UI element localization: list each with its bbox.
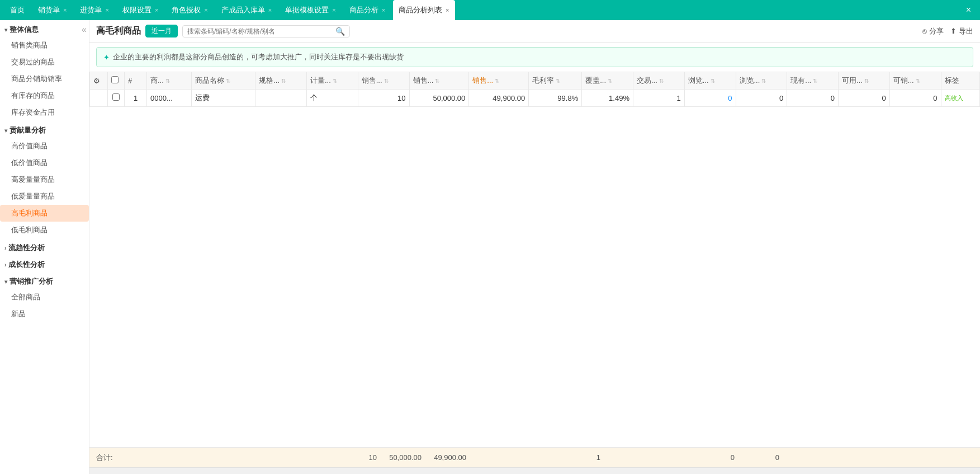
table-body: 1 0000... 运费 个 10 50,000.00 49,900.00 99… (90, 90, 980, 107)
nav-home[interactable]: 首页 (4, 0, 30, 20)
flow-arrow: › (4, 245, 6, 251)
growth-arrow: › (4, 262, 6, 268)
col-sku[interactable]: 商...⇅ (147, 72, 192, 90)
select-all-checkbox[interactable] (111, 76, 119, 83)
col-stock-current[interactable]: 现有...⇅ (787, 72, 839, 90)
horizontal-scrollbar[interactable] (89, 467, 980, 474)
sidebar-item-traded-goods[interactable]: 交易过的商品 (0, 54, 89, 71)
sidebar-item-stock-capital[interactable]: 库存资金占用 (0, 104, 89, 121)
info-banner: ✦ 企业的主要的利润都是这部分商品创造的，可考虑加大推广，同时关注库存是不要出现… (96, 47, 973, 67)
export-button[interactable]: ⬆ 导出 (950, 26, 973, 36)
col-sales-amount[interactable]: 销售...⇅ (409, 72, 469, 90)
cell-gross-margin: 99.8% (529, 90, 582, 107)
col-checkbox (108, 72, 125, 90)
sidebar-item-high-margin[interactable]: 高毛利商品 (0, 205, 89, 222)
col-tag[interactable]: 标签 (941, 72, 979, 90)
sidebar: « ▾ 整体信息 销售类商品 交易过的商品 商品分销助销率 有库存的商品 库存资… (0, 20, 89, 474)
col-sales-qty[interactable]: 销售...⇅ (358, 72, 409, 90)
sidebar-item-low-value[interactable]: 低价值商品 (0, 154, 89, 171)
col-stock-available[interactable]: 可用...⇅ (839, 72, 890, 90)
nav-close-permissions[interactable]: × (155, 7, 158, 13)
nav-close-purchase[interactable]: × (105, 7, 108, 13)
cell-coverage: 1.49% (582, 90, 633, 107)
nav-purchase-order[interactable]: 进货单 × (74, 0, 114, 20)
col-index: # (125, 72, 147, 90)
cell-view1[interactable]: 0 (684, 90, 736, 107)
sidebar-item-all-goods[interactable]: 全部商品 (0, 289, 89, 306)
col-unit[interactable]: 计量...⇅ (306, 72, 358, 90)
filter-recent-month[interactable]: 近一月 (145, 25, 178, 37)
nav-role-auth[interactable]: 角色授权 × (166, 0, 213, 20)
col-spec[interactable]: 规格...⇅ (255, 72, 307, 90)
data-table: ⚙ # 商...⇅ 商品名称⇅ (89, 72, 980, 107)
search-icon[interactable]: 🔍 (335, 27, 345, 36)
col-stock-sellable[interactable]: 可销...⇅ (889, 72, 941, 90)
cell-setting (90, 90, 108, 107)
col-name[interactable]: 商品名称⇅ (191, 72, 255, 90)
nav-permissions[interactable]: 权限设置 × (117, 0, 164, 20)
col-sales-profit[interactable]: 销售...⇅ (469, 72, 529, 90)
nav-close-sales[interactable]: × (63, 7, 67, 13)
footer-label: 合计: (96, 453, 141, 463)
nav-close-template[interactable]: × (332, 7, 335, 13)
footer-sales-amount: 50,000.00 (381, 453, 426, 462)
table-header-row: ⚙ # 商...⇅ 商品名称⇅ (90, 72, 980, 90)
top-nav: 首页 销货单 × 进货单 × 权限设置 × 角色授权 × 产成品入库单 × 单据… (0, 0, 980, 20)
sidebar-item-distribution-rate[interactable]: 商品分销助销率 (0, 71, 89, 87)
cell-name: 运费 (191, 90, 255, 107)
search-box: 🔍 (182, 25, 350, 37)
sidebar-item-high-freq[interactable]: 高爱量量商品 (0, 171, 89, 188)
nav-product-analysis[interactable]: 商品分析 × (344, 0, 391, 20)
nav-close-analysis-list[interactable]: × (446, 7, 449, 13)
col-setting[interactable]: ⚙ (90, 72, 108, 90)
sidebar-collapse-btn[interactable]: « (82, 25, 87, 35)
sidebar-item-in-stock[interactable]: 有库存的商品 (0, 87, 89, 104)
sidebar-group-marketing[interactable]: ▾ 营销推广分析 (0, 272, 89, 289)
cell-trade: 1 (633, 90, 684, 107)
share-icon: ⎋ (922, 27, 927, 35)
sidebar-group-contribution[interactable]: ▾ 贡献量分析 (0, 121, 89, 138)
footer-stock-available: 0 (739, 453, 784, 462)
share-button[interactable]: ⎋ 分享 (922, 26, 944, 36)
nav-close-inbound[interactable]: × (268, 7, 272, 13)
sidebar-group-flow[interactable]: › 流趋性分析 (0, 238, 89, 255)
overall-arrow: ▾ (4, 27, 7, 33)
cell-sales-profit: 49,900.00 (469, 90, 529, 107)
sidebar-item-low-freq[interactable]: 低爱量量商品 (0, 188, 89, 205)
col-coverage[interactable]: 覆盖...⇅ (582, 72, 633, 90)
cell-stock-current: 0 (787, 90, 839, 107)
sidebar-item-low-margin[interactable]: 低毛利商品 (0, 222, 89, 238)
search-input[interactable] (187, 27, 333, 35)
cell-checkbox[interactable] (108, 90, 125, 107)
col-view2[interactable]: 浏览...⇅ (736, 72, 787, 90)
contribution-arrow: ▾ (4, 128, 7, 134)
col-gross-margin[interactable]: 毛利率⇅ (529, 72, 582, 90)
sidebar-group-overall[interactable]: ▾ 整体信息 (0, 20, 89, 37)
banner-text: 企业的主要的利润都是这部分商品创造的，可考虑加大推广，同时关注库存是不要出现缺货 (113, 52, 404, 62)
nav-sales-order[interactable]: 销货单 × (32, 0, 72, 20)
cell-sku: 0000... (147, 90, 192, 107)
cell-stock-available: 0 (839, 90, 890, 107)
footer-sales-profit: 49,900.00 (426, 453, 471, 462)
close-all-tabs[interactable]: × (962, 5, 976, 15)
nav-close-analysis[interactable]: × (382, 7, 385, 13)
nav-template-settings[interactable]: 单据模板设置 × (280, 0, 341, 20)
nav-close-role[interactable]: × (204, 7, 207, 13)
footer-sales-qty: 10 (337, 453, 381, 462)
cell-spec (255, 90, 307, 107)
sidebar-item-high-value[interactable]: 高价值商品 (0, 138, 89, 154)
col-trade[interactable]: 交易...⇅ (633, 72, 684, 90)
main-layout: « ▾ 整体信息 销售类商品 交易过的商品 商品分销助销率 有库存的商品 库存资… (0, 20, 980, 474)
col-view1[interactable]: 浏览...⇅ (684, 72, 736, 90)
cell-unit: 个 (306, 90, 358, 107)
sidebar-item-new-products[interactable]: 新品 (0, 306, 89, 322)
nav-product-analysis-list[interactable]: 商品分析列表 × (393, 0, 455, 20)
sidebar-group-growth[interactable]: › 成长性分析 (0, 255, 89, 272)
cell-sales-amount: 50,000.00 (409, 90, 469, 107)
content-header: 高毛利商品 近一月 🔍 ⎋ 分享 ⬆ 导出 (89, 20, 980, 43)
marketing-arrow: ▾ (4, 279, 7, 285)
cell-stock-sellable: 0 (889, 90, 941, 107)
nav-product-inbound[interactable]: 产成品入库单 × (216, 0, 277, 20)
sidebar-item-sales-goods[interactable]: 销售类商品 (0, 37, 89, 54)
info-icon: ✦ (103, 53, 110, 62)
